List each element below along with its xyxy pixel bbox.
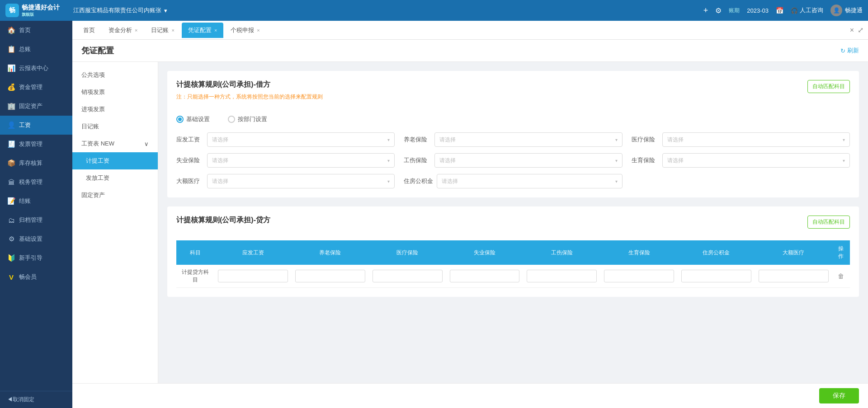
sidebar-item-ledger[interactable]: 📋 总账: [0, 40, 72, 59]
sidebar-item-guide[interactable]: 🔰 新手引导: [0, 249, 72, 267]
company-selector[interactable]: 江西服宝精品有限责任公司内账张 ▾: [73, 6, 167, 14]
debit-section-header: 计提核算规则(公司承担)-借方 注：只能选择一种方式，系统将按照您当前的选择来配…: [176, 80, 850, 108]
tab-tax[interactable]: 个税申报 ×: [224, 23, 266, 38]
row-sybx: [446, 265, 524, 288]
input-gsbx[interactable]: [527, 270, 597, 282]
headset-icon: 🎧: [791, 7, 798, 14]
sybx-select[interactable]: 请选择 ▾: [207, 153, 395, 168]
refresh-button[interactable]: ↻ 刷新: [840, 47, 859, 55]
tab-home[interactable]: 首页: [77, 23, 101, 38]
sidebar-item-home[interactable]: 🏠 首页: [0, 21, 72, 40]
sidebar-label-settle: 结账: [19, 197, 31, 205]
sidebar-item-archive[interactable]: 🗂 归档管理: [0, 211, 72, 230]
input-ylbx2[interactable]: [373, 270, 443, 282]
expand-window-button[interactable]: ⤢: [858, 26, 863, 34]
tab-fund-label: 资金分析: [108, 26, 132, 34]
cancel-fixed-button[interactable]: ◀取消固定: [0, 391, 72, 408]
save-button[interactable]: 保存: [819, 388, 859, 403]
sidebar-label-guide: 新手引导: [19, 254, 42, 262]
user-name: 畅捷通: [845, 6, 863, 14]
left-nav-journal[interactable]: 日记账: [72, 118, 158, 135]
user-area[interactable]: 👤 畅捷通: [830, 5, 863, 16]
deyl-arrow: ▾: [387, 179, 390, 184]
row-sybx2: [600, 265, 678, 288]
sybx-placeholder: 请选择: [212, 157, 228, 164]
sidebar-item-funds[interactable]: 💰 资金管理: [0, 78, 72, 97]
tab-tax-close[interactable]: ×: [257, 28, 259, 33]
radio-dept[interactable]: 按部门设置: [228, 115, 267, 123]
sidebar-label-archive: 归档管理: [19, 216, 42, 224]
table-row: 计提贷方科目 🗑: [176, 265, 850, 288]
debit-section: 计提核算规则(公司承担)-借方 注：只能选择一种方式，系统将按照您当前的选择来配…: [167, 71, 859, 197]
sybx-arrow: ▾: [387, 158, 390, 163]
sybx2-select[interactable]: 请选择 ▾: [662, 153, 850, 168]
sidebar-label-assets: 固定资产: [19, 102, 42, 110]
vip-icon: V: [7, 273, 15, 281]
left-nav-sales-invoice[interactable]: 销项发票: [72, 84, 158, 101]
radio-basic[interactable]: 基础设置: [176, 115, 210, 123]
col-action: 操作: [832, 240, 850, 265]
sidebar-item-vip[interactable]: V 畅会员: [0, 267, 72, 286]
page-content: 凭证配置 ↻ 刷新 公共选项 销项发票 进项发票 日记账 工资表 NEW ∨: [72, 40, 868, 408]
ylbx-label: 养老保险: [404, 136, 431, 144]
input-ylbx[interactable]: [295, 270, 365, 282]
sidebar-item-settle[interactable]: 📝 结账: [0, 192, 72, 211]
form-item-gsbx: 工伤保险 请选择 ▾: [404, 153, 622, 168]
form-item-ylbx2: 医疗保险 请选择 ▾: [632, 132, 850, 147]
service-button[interactable]: 🎧 人工咨询: [791, 6, 823, 14]
sidebar-item-reports[interactable]: 📊 云报表中心: [0, 59, 72, 78]
credit-section: 计提核算规则(公司承担)-贷方 自动匹配科目 科目 应发工资 养老保险 医疗保险: [167, 206, 859, 297]
left-nav-fixed-assets[interactable]: 固定资产: [72, 187, 158, 204]
tab-bar: 首页 资金分析 × 日记账 × 凭证配置 × 个税申报 × × ⤢: [72, 21, 868, 40]
close-window-button[interactable]: ×: [850, 26, 854, 34]
ylbx2-select[interactable]: 请选择 ▾: [662, 132, 850, 147]
save-section: 保存: [72, 383, 868, 408]
salary-table-label: 工资表 NEW: [81, 140, 114, 148]
sidebar-item-tax[interactable]: 🏛 税务管理: [0, 173, 72, 192]
deyl-placeholder: 请选择: [212, 178, 228, 185]
tab-voucher-close[interactable]: ×: [214, 28, 217, 33]
credit-auto-match-button[interactable]: 自动匹配科目: [807, 216, 850, 229]
left-nav-pay-salary[interactable]: 发放工资: [72, 169, 158, 187]
tab-fund[interactable]: 资金分析 ×: [102, 23, 144, 38]
ylbx-select[interactable]: 请选择 ▾: [434, 132, 622, 147]
sidebar-item-salary[interactable]: 👤 工资: [0, 116, 72, 135]
sidebar-item-invoice[interactable]: 🧾 发票管理: [0, 135, 72, 154]
funds-icon: 💰: [7, 83, 15, 91]
left-nav-calc-salary[interactable]: 计提工资: [72, 152, 158, 169]
add-button[interactable]: +: [703, 6, 708, 15]
debit-auto-match-button[interactable]: 自动匹配科目: [807, 80, 850, 93]
tab-journal-close[interactable]: ×: [171, 28, 174, 33]
radio-dept-circle: [228, 116, 235, 123]
left-nav-salary-table-group[interactable]: 工资表 NEW ∨: [72, 135, 158, 152]
input-sybx[interactable]: [450, 270, 520, 282]
two-panel: 公共选项 销项发票 进项发票 日记账 工资表 NEW ∨ 计提工资 发放工资 固…: [72, 62, 868, 383]
tab-voucher[interactable]: 凭证配置 ×: [182, 23, 223, 38]
sidebar-item-inventory[interactable]: 📦 库存核算: [0, 154, 72, 173]
tab-journal[interactable]: 日记账 ×: [145, 23, 180, 38]
input-sybx2[interactable]: [604, 270, 674, 282]
tab-fund-close[interactable]: ×: [135, 28, 137, 33]
left-nav-public[interactable]: 公共选项: [72, 66, 158, 84]
input-deyl[interactable]: [759, 270, 829, 282]
deyl-select[interactable]: 请选择 ▾: [207, 174, 395, 188]
calendar-icon[interactable]: 📅: [776, 7, 783, 14]
sidebar-item-assets[interactable]: 🏢 固定资产: [0, 97, 72, 116]
input-yfgz[interactable]: [218, 270, 288, 282]
zfgjj-select[interactable]: 请选择 ▾: [437, 174, 622, 188]
sidebar-item-settings[interactable]: ⚙ 基础设置: [0, 230, 72, 249]
ylbx-arrow: ▾: [615, 137, 618, 142]
ylbx2-arrow: ▾: [843, 137, 845, 142]
left-nav-purchase-invoice[interactable]: 进项发票: [72, 101, 158, 118]
col-subject: 科目: [176, 240, 214, 265]
input-zfgjj[interactable]: [681, 270, 751, 282]
tab-journal-label: 日记账: [151, 26, 169, 34]
inventory-icon: 📦: [7, 159, 15, 167]
sidebar-label-tax: 税务管理: [19, 178, 42, 186]
yfgz-select[interactable]: 请选择 ▾: [207, 132, 395, 147]
settings-icon[interactable]: ⚙: [715, 6, 722, 15]
gsbx-select[interactable]: 请选择 ▾: [434, 153, 622, 168]
row-zfgjj: [678, 265, 755, 288]
col-deyl: 大额医疗: [755, 240, 832, 265]
delete-row-button[interactable]: 🗑: [838, 272, 844, 280]
